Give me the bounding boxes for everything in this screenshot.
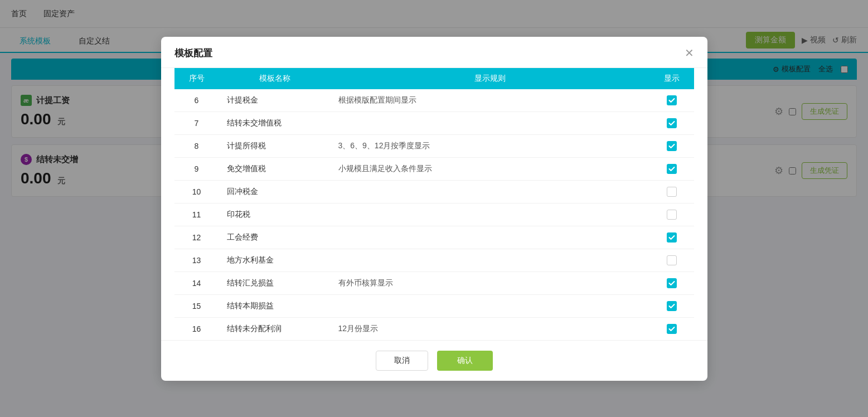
cell-check [649, 111, 694, 134]
modal-close-button[interactable]: ✕ [685, 47, 694, 59]
cell-name: 计提所得税 [219, 134, 331, 157]
cell-name: 地方水利基金 [219, 249, 331, 271]
cell-name: 印花税 [219, 203, 331, 226]
checkbox-checked[interactable] [667, 232, 677, 243]
col-rule: 显示规则 [331, 68, 649, 89]
checkbox-checked[interactable] [667, 301, 677, 311]
confirm-button[interactable]: 确认 [437, 351, 493, 371]
table-header-row: 序号 模板名称 显示规则 显示 [174, 68, 694, 89]
cell-name: 结转本期损益 [219, 294, 331, 317]
cell-seq: 14 [174, 271, 219, 294]
modal-template-config: 模板配置 ✕ 序号 模板名称 显示规则 显示 6计提税金根据模版配置期间显示 7… [161, 37, 707, 381]
cell-seq: 9 [174, 157, 219, 180]
cell-check [649, 134, 694, 157]
cell-name: 免交增值税 [219, 157, 331, 180]
cell-check [649, 89, 694, 112]
col-seq: 序号 [174, 68, 219, 89]
cell-check [649, 271, 694, 294]
table-row: 11印花税 [174, 203, 694, 226]
checkbox-unchecked[interactable] [667, 210, 677, 220]
cell-rule: 12月份显示 [331, 317, 649, 340]
cell-check [649, 203, 694, 226]
checkbox-unchecked[interactable] [667, 255, 677, 265]
cell-check [649, 180, 694, 203]
cancel-button[interactable]: 取消 [376, 351, 428, 371]
cell-check [649, 249, 694, 271]
cell-rule [331, 203, 649, 226]
table-row: 12工会经费 [174, 226, 694, 249]
modal-overlay: 模板配置 ✕ 序号 模板名称 显示规则 显示 6计提税金根据模版配置期间显示 7… [0, 0, 868, 417]
table-row: 13地方水利基金 [174, 249, 694, 271]
cell-rule [331, 180, 649, 203]
modal-title: 模板配置 [174, 47, 212, 60]
cell-rule [331, 111, 649, 134]
cell-rule [331, 249, 649, 271]
cell-name: 工会经费 [219, 226, 331, 249]
checkbox-checked[interactable] [667, 118, 677, 128]
table-row: 8计提所得税3、6、9、12月按季度显示 [174, 134, 694, 157]
checkbox-checked[interactable] [667, 95, 677, 105]
cell-seq: 13 [174, 249, 219, 271]
cell-name: 结转未分配利润 [219, 317, 331, 340]
table-row: 15结转本期损益 [174, 294, 694, 317]
cell-seq: 6 [174, 89, 219, 112]
table-row: 9免交增值税小规模且满足收入条件显示 [174, 157, 694, 180]
cell-check [649, 317, 694, 340]
cell-seq: 16 [174, 317, 219, 340]
cell-rule [331, 226, 649, 249]
cell-seq: 11 [174, 203, 219, 226]
checkbox-checked[interactable] [667, 324, 677, 334]
table-body: 6计提税金根据模版配置期间显示 7结转未交增值税 8计提所得税3、6、9、12月… [174, 89, 694, 340]
table-row: 14结转汇兑损益有外币核算显示 [174, 271, 694, 294]
checkbox-checked[interactable] [667, 164, 677, 174]
modal-body: 序号 模板名称 显示规则 显示 6计提税金根据模版配置期间显示 7结转未交增值税… [161, 68, 707, 340]
col-show: 显示 [649, 68, 694, 89]
cell-name: 结转未交增值税 [219, 111, 331, 134]
cell-name: 计提税金 [219, 89, 331, 112]
table-row: 16结转未分配利润12月份显示 [174, 317, 694, 340]
table-row: 6计提税金根据模版配置期间显示 [174, 89, 694, 112]
cell-check [649, 157, 694, 180]
cell-rule: 有外币核算显示 [331, 271, 649, 294]
cell-rule: 小规模且满足收入条件显示 [331, 157, 649, 180]
modal-header: 模板配置 ✕ [161, 37, 707, 68]
checkbox-checked[interactable] [667, 141, 677, 151]
cell-seq: 10 [174, 180, 219, 203]
cell-seq: 7 [174, 111, 219, 134]
config-table: 序号 模板名称 显示规则 显示 6计提税金根据模版配置期间显示 7结转未交增值税… [174, 68, 694, 340]
col-name: 模板名称 [219, 68, 331, 89]
cell-seq: 15 [174, 294, 219, 317]
cell-rule: 根据模版配置期间显示 [331, 89, 649, 112]
cell-check [649, 294, 694, 317]
checkbox-unchecked[interactable] [667, 187, 677, 197]
cell-name: 回冲税金 [219, 180, 331, 203]
cell-seq: 12 [174, 226, 219, 249]
cell-name: 结转汇兑损益 [219, 271, 331, 294]
cell-check [649, 226, 694, 249]
cell-rule [331, 294, 649, 317]
table-row: 10回冲税金 [174, 180, 694, 203]
table-row: 7结转未交增值税 [174, 111, 694, 134]
checkbox-checked[interactable] [667, 278, 677, 288]
modal-footer: 取消 确认 [161, 340, 707, 381]
cell-seq: 8 [174, 134, 219, 157]
cell-rule: 3、6、9、12月按季度显示 [331, 134, 649, 157]
